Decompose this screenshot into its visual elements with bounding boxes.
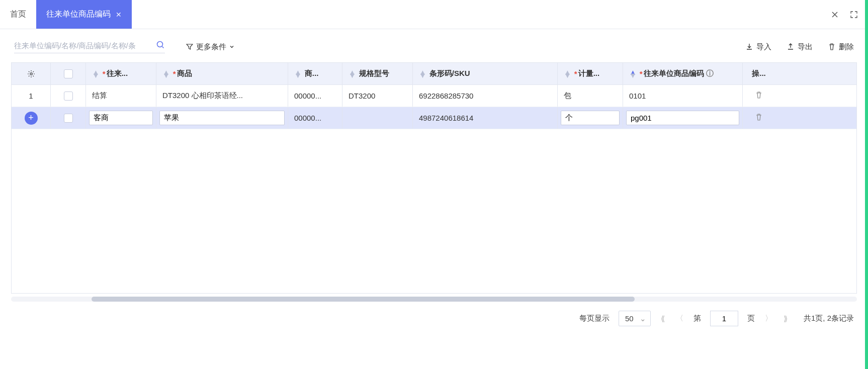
filter-icon [186,43,193,50]
tab-partner-product-code[interactable]: 往来单位商品编码 ✕ [36,0,132,29]
svg-point-0 [157,42,163,47]
row-delete-button[interactable] [755,113,763,123]
row-index: 1 [12,85,51,107]
page-first-button[interactable]: ⟪ [660,314,666,323]
sort-icon: ▲▼ [92,71,100,77]
delete-label: 删除 [839,42,854,52]
delete-button[interactable]: 删除 [828,42,854,52]
col-select-all[interactable] [51,63,86,84]
page-prefix: 第 [693,314,701,323]
search-wrap [14,40,165,53]
col-partner-label: 往来... [107,69,128,78]
product-field[interactable] [159,111,285,125]
chevron-down-icon: ⌄ [640,314,646,323]
partner-code-field[interactable] [626,111,739,125]
table-header: ▲▼ * 往来... ▲▼ * 商品 ▲▼ 商... ▲▼ 规格型号 ▲▼ 条形… [12,63,856,85]
page-suffix: 页 [747,314,755,323]
col-spec-label: 规格型号 [359,69,389,78]
row-delete-button[interactable] [755,91,763,101]
col-spec[interactable]: ▲▼ 规格型号 [342,63,413,84]
sort-icon: ▲▼ [162,71,170,77]
horizontal-scrollbar[interactable] [11,297,857,302]
col-settings[interactable] [12,63,51,84]
toolbar: 更多条件 导入 导出 删除 [0,29,868,62]
required-mark: * [574,69,577,78]
unit-field[interactable] [561,111,620,125]
search-input[interactable] [14,41,153,50]
cell-barcode: 6922868285730 [419,91,473,100]
cell-prod-code: 00000... [294,91,321,100]
scroll-thumb[interactable] [92,297,635,302]
gear-icon [27,70,35,78]
sort-icon: ▲▼ [629,71,637,77]
col-action-label: 操... [752,69,766,78]
col-partner-code-label: 往来单位商品编码 [644,69,704,78]
cell-partner-code: 0101 [629,91,646,100]
import-icon [745,43,753,51]
data-table: ▲▼ * 往来... ▲▼ * 商品 ▲▼ 商... ▲▼ 规格型号 ▲▼ 条形… [11,62,857,294]
more-filter-label: 更多条件 [196,42,226,52]
required-mark: * [103,69,106,78]
pager: 每页显示 50 ⌄ ⟪ 〈 第 页 〉 ⟫ 共1页, 2条记录 [0,302,868,335]
export-label: 导出 [798,42,813,52]
required-mark: * [640,69,643,78]
col-barcode-label: 条形码/SKU [429,69,470,78]
col-prod-code-label: 商... [305,69,319,78]
sort-icon: ▲▼ [564,71,571,77]
side-accent [865,0,868,369]
col-product-label: 商品 [177,69,192,78]
col-unit[interactable]: ▲▼ * 计量... [558,63,623,84]
pager-summary: 共1页, 2条记录 [804,314,854,323]
col-product[interactable]: ▲▼ * 商品 [156,63,288,84]
table-body: 1 结算 DT3200 心相印茶语经... 00000... DT3200 69… [12,85,856,293]
tab-active-label: 往来单位商品编码 [46,9,111,20]
partner-field[interactable] [89,111,153,125]
row-checkbox[interactable] [64,114,73,123]
trash-icon [828,43,836,51]
col-partner[interactable]: ▲▼ * 往来... [86,63,156,84]
cell-product: DT3200 心相印茶语经... [162,91,243,101]
cell-unit: 包 [564,91,571,101]
page-prev-button[interactable]: 〈 [675,314,684,323]
page-last-button[interactable]: ⟫ [783,314,789,323]
import-button[interactable]: 导入 [745,42,771,52]
col-action: 操... [743,63,775,84]
table-row[interactable]: 1 结算 DT3200 心相印茶语经... 00000... DT3200 69… [12,85,856,107]
tab-home[interactable]: 首页 [0,0,36,29]
chevron-down-icon [229,44,234,49]
close-icon[interactable]: ✕ [116,11,122,19]
table-row[interactable]: + 00000... 4987240618614 [12,107,856,129]
sort-icon: ▲▼ [349,71,356,77]
tab-bar: 首页 往来单位商品编码 ✕ [0,0,868,29]
per-page-value: 50 [625,314,634,323]
cell-barcode: 4987240618614 [419,114,473,122]
help-icon[interactable]: ⓘ [706,69,714,78]
required-mark: * [173,69,176,78]
search-icon[interactable] [156,40,165,51]
col-prod-code[interactable]: ▲▼ 商... [288,63,342,84]
col-unit-label: 计量... [578,69,600,78]
page-input[interactable] [710,311,738,326]
trash-icon [755,113,763,121]
tab-home-label: 首页 [10,9,26,20]
fullscreen-icon[interactable] [849,10,859,20]
row-checkbox[interactable] [64,91,73,101]
cell-spec: DT3200 [349,91,375,100]
trash-icon [755,91,763,99]
per-page-label: 每页显示 [579,314,610,323]
add-row-button[interactable]: + [25,112,38,125]
more-filter-button[interactable]: 更多条件 [186,42,234,52]
sort-icon: ▲▼ [294,71,302,77]
page-next-button[interactable]: 〉 [764,314,773,323]
import-label: 导入 [756,42,771,52]
close-all-icon[interactable] [830,10,840,20]
cell-partner: 结算 [92,91,107,101]
per-page-select[interactable]: 50 ⌄ [619,311,651,326]
export-button[interactable]: 导出 [787,42,813,52]
col-barcode[interactable]: ▲▼ 条形码/SKU [413,63,558,84]
col-partner-code[interactable]: ▲▼ * 往来单位商品编码 ⓘ [623,63,743,84]
export-icon [787,43,795,51]
cell-prod-code: 00000... [294,114,321,122]
sort-icon: ▲▼ [419,71,426,77]
select-all-checkbox[interactable] [64,69,73,78]
